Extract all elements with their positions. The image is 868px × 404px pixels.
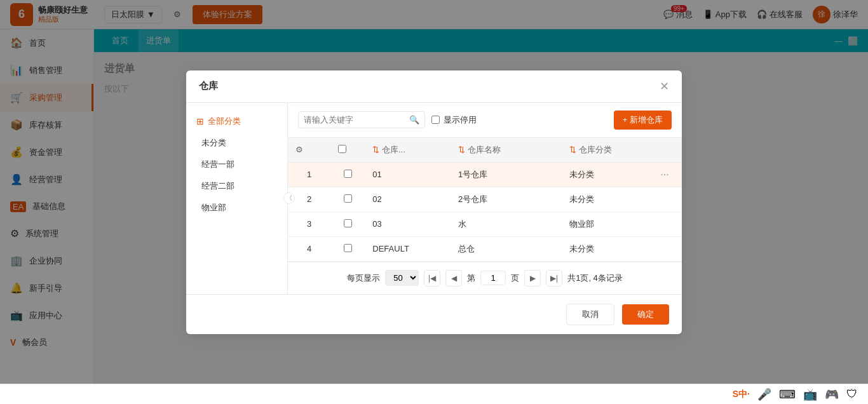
row-name-3: 水 bbox=[451, 212, 562, 236]
tree-label-ops1: 经营一部 bbox=[201, 159, 234, 170]
confirm-button[interactable]: 确定 bbox=[622, 304, 669, 325]
row-ops-2 bbox=[648, 187, 682, 212]
tree-item-ops1[interactable]: 经营一部 bbox=[186, 154, 287, 175]
row-check-4[interactable] bbox=[330, 236, 365, 261]
per-page-select[interactable]: 50 bbox=[385, 270, 419, 286]
header-operations bbox=[648, 138, 682, 163]
more-dots-1[interactable]: ··· bbox=[660, 169, 668, 180]
warehouse-dialog: 仓库 ✕ ⊞ 全部分类 未分类 经营一部 经营二部 bbox=[186, 71, 682, 334]
dialog-close-button[interactable]: ✕ bbox=[660, 79, 669, 93]
keyboard-icon[interactable]: ⌨ bbox=[779, 387, 796, 401]
row-code-2: 02 bbox=[365, 187, 451, 212]
row-name-1: 1号仓库 bbox=[451, 162, 562, 187]
table-row[interactable]: 1 01 1号仓库 未分类 ··· bbox=[288, 162, 682, 187]
row-code-1: 01 bbox=[365, 162, 451, 187]
first-page-button[interactable]: |◀ bbox=[424, 270, 440, 286]
table-row[interactable]: 4 DEFAULT 总仓 未分类 bbox=[288, 236, 682, 261]
row-code-4: DEFAULT bbox=[365, 236, 451, 261]
tree-item-all[interactable]: ⊞ 全部分类 bbox=[186, 111, 287, 132]
last-page-button[interactable]: ▶| bbox=[546, 270, 562, 286]
per-page-label: 每页显示 bbox=[347, 273, 380, 284]
prev-page-button[interactable]: ◀ bbox=[445, 270, 462, 286]
row-ops-1[interactable]: ··· bbox=[648, 162, 682, 187]
row-ops-4 bbox=[648, 236, 682, 261]
row-code-3: 03 bbox=[365, 212, 451, 236]
warehouse-table-scroll: ⚙ ⇅ 仓库... ⇅ 仓库名称 bbox=[288, 138, 682, 262]
search-wrap: 🔍 bbox=[298, 111, 425, 128]
table-header: ⚙ ⇅ 仓库... ⇅ 仓库名称 bbox=[288, 138, 682, 163]
select-all-checkbox[interactable] bbox=[338, 145, 346, 153]
row-checkbox-4[interactable] bbox=[344, 244, 352, 252]
gamepad-icon[interactable]: 🎮 bbox=[825, 387, 839, 401]
table-row[interactable]: 2 02 2号仓库 未分类 bbox=[288, 187, 682, 212]
row-name-2: 2号仓库 bbox=[451, 187, 562, 212]
cancel-button[interactable]: 取消 bbox=[566, 304, 614, 325]
grid-icon: ⊞ bbox=[196, 116, 204, 126]
row-index-1: 1 bbox=[288, 162, 330, 187]
status-icon-s[interactable]: S中· bbox=[733, 389, 750, 400]
content-toolbar: 🔍 显示停用 + 新增仓库 bbox=[288, 103, 682, 138]
monitor-icon[interactable]: 📺 bbox=[803, 387, 817, 401]
page-number-input[interactable] bbox=[480, 271, 506, 285]
row-check-2[interactable] bbox=[330, 187, 365, 212]
search-input[interactable] bbox=[304, 112, 405, 128]
header-code: ⇅ 仓库... bbox=[365, 138, 451, 163]
row-check-3[interactable] bbox=[330, 212, 365, 236]
page-suffix: 页 bbox=[511, 273, 519, 284]
tree-label-ops2: 经营二部 bbox=[201, 180, 234, 192]
sort-icon-cat: ⇅ bbox=[569, 145, 576, 154]
sort-icon-name: ⇅ bbox=[458, 145, 465, 154]
tree-label-unclassified: 未分类 bbox=[201, 137, 226, 149]
row-checkbox-2[interactable] bbox=[344, 194, 352, 203]
tree-label-property: 物业部 bbox=[201, 202, 226, 213]
header-name: ⇅ 仓库名称 bbox=[451, 138, 562, 163]
header-checkbox[interactable] bbox=[330, 138, 365, 163]
shield-icon[interactable]: 🛡 bbox=[846, 387, 858, 401]
dialog-header: 仓库 ✕ bbox=[186, 71, 682, 103]
dialog-footer: 取消 确定 bbox=[186, 294, 682, 334]
tree-item-ops2[interactable]: 经营二部 bbox=[186, 175, 287, 197]
search-icon: 🔍 bbox=[409, 115, 419, 125]
show-disabled-label: 显示停用 bbox=[444, 114, 477, 126]
row-cat-4: 未分类 bbox=[562, 236, 648, 261]
header-gear[interactable]: ⚙ bbox=[288, 138, 330, 163]
category-tree-panel: ⊞ 全部分类 未分类 经营一部 经营二部 物业部 《 bbox=[186, 103, 288, 294]
row-ops-3 bbox=[648, 212, 682, 236]
table-row[interactable]: 3 03 水 物业部 bbox=[288, 212, 682, 236]
show-disabled-checkbox[interactable] bbox=[431, 116, 440, 124]
tree-panel-toggle[interactable]: 《 bbox=[283, 192, 295, 204]
row-cat-3: 物业部 bbox=[562, 212, 648, 236]
row-checkbox-3[interactable] bbox=[344, 219, 352, 227]
table-body: 1 01 1号仓库 未分类 ··· 2 02 2 bbox=[288, 162, 682, 261]
dialog-body: ⊞ 全部分类 未分类 经营一部 经营二部 物业部 《 bbox=[186, 103, 682, 294]
row-check-1[interactable] bbox=[330, 162, 365, 187]
modal-overlay: 仓库 ✕ ⊞ 全部分类 未分类 经营一部 经营二部 bbox=[0, 0, 868, 404]
mic-icon[interactable]: 🎤 bbox=[757, 387, 771, 401]
status-bar: S中· 🎤 ⌨ 📺 🎮 🛡 bbox=[0, 384, 868, 404]
row-name-4: 总仓 bbox=[451, 236, 562, 261]
warehouse-table: ⚙ ⇅ 仓库... ⇅ 仓库名称 bbox=[288, 138, 682, 262]
tree-item-unclassified[interactable]: 未分类 bbox=[186, 132, 287, 154]
warehouse-content-panel: 🔍 显示停用 + 新增仓库 ⚙ bbox=[288, 103, 682, 294]
tree-label-all: 全部分类 bbox=[208, 116, 241, 127]
total-info: 共1页, 4条记录 bbox=[567, 273, 623, 284]
dialog-title: 仓库 bbox=[199, 80, 218, 92]
show-disabled-toggle[interactable]: 显示停用 bbox=[431, 114, 477, 126]
row-cat-2: 未分类 bbox=[562, 187, 648, 212]
row-index-3: 3 bbox=[288, 212, 330, 236]
row-cat-1: 未分类 bbox=[562, 162, 648, 187]
add-warehouse-button[interactable]: + 新增仓库 bbox=[614, 111, 672, 130]
row-checkbox-1[interactable] bbox=[344, 170, 352, 178]
sort-icon-code: ⇅ bbox=[372, 145, 379, 154]
pagination-bar: 每页显示 50 |◀ ◀ 第 页 ▶ ▶| 共1页, 4条记录 bbox=[288, 262, 682, 294]
row-index-4: 4 bbox=[288, 236, 330, 261]
next-page-button[interactable]: ▶ bbox=[524, 270, 541, 286]
header-category: ⇅ 仓库分类 bbox=[562, 138, 648, 163]
page-label: 第 bbox=[467, 273, 475, 284]
tree-item-property[interactable]: 物业部 bbox=[186, 197, 287, 219]
